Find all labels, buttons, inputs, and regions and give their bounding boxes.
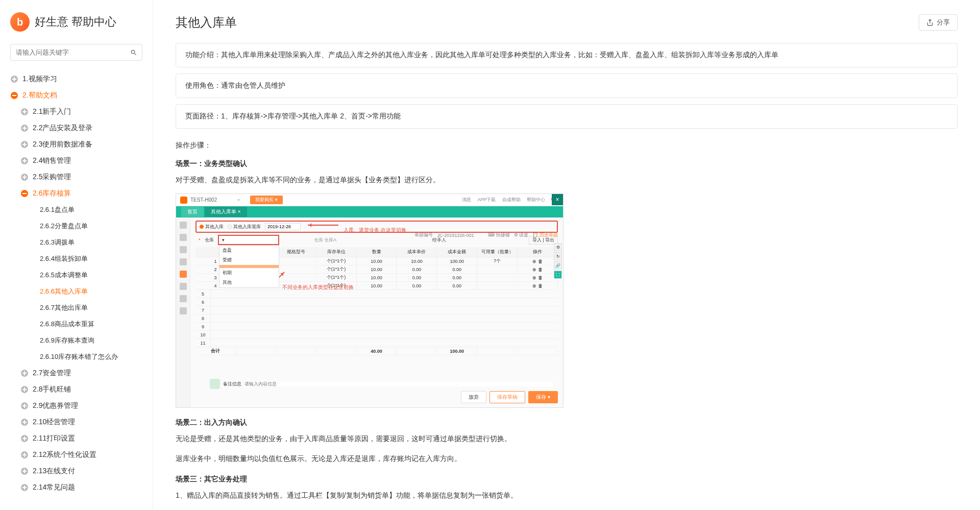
role-label: 使用角色： [185, 81, 221, 89]
logo-icon: b [10, 12, 30, 32]
function-label: 功能介绍： [185, 51, 221, 59]
nav-item[interactable]: 2.5采购管理 [10, 169, 142, 185]
nav-label: 1.视频学习 [22, 75, 57, 84]
search-input[interactable] [10, 44, 142, 61]
logo-area: b 好生意 帮助中心 [10, 12, 142, 32]
nav-item[interactable]: 2.1新手入门 [10, 104, 142, 120]
path-label: 页面路径： [185, 112, 221, 120]
embedded-screenshot: TEST-H002 ▾ 我要购买 ▾ 消息APP下载自成帮助帮助中心C C 首页… [176, 193, 564, 408]
nav-item[interactable]: 2.6.1盘点单 [10, 202, 142, 218]
expand-icon [20, 108, 29, 116]
nav-label: 2.7资金管理 [33, 369, 71, 378]
expand-icon [20, 451, 29, 459]
expand-icon [20, 140, 29, 149]
nav-item[interactable]: 2.14常见问题 [10, 479, 142, 496]
nav-label: 2.6库存核算 [33, 189, 71, 198]
scenario2-desc2: 退库业务中，明细数量均以负值红色展示。无论是入库还是退库，库存账均记在入库方向。 [176, 452, 958, 465]
nav-label: 2.帮助文档 [22, 91, 57, 100]
nav-label: 2.6.2分量盘点单 [40, 222, 88, 231]
nav-list: 1.视频学习2.帮助文档2.1新手入门2.2产品安装及登录2.3使用前数据准备2… [10, 71, 142, 496]
nav-label: 2.10经营管理 [33, 418, 75, 427]
nav-label: 2.14常见问题 [33, 483, 75, 492]
nav-label: 2.6.4组装拆卸单 [40, 254, 88, 263]
expand-icon [20, 173, 29, 181]
nav-label: 2.4销售管理 [33, 156, 71, 165]
nav-label: 2.6.10库存账本错了怎么办 [40, 352, 118, 361]
share-label: 分享 [937, 18, 950, 27]
nav-label: 2.6.8商品成本重算 [40, 320, 94, 329]
expand-icon [20, 434, 29, 443]
operation-label: 操作步骤： [176, 141, 958, 150]
nav-item[interactable]: 2.3使用前数据准备 [10, 136, 142, 153]
nav-label: 2.6.9库存账本查询 [40, 336, 94, 345]
nav-item[interactable]: 2.2产品安装及登录 [10, 120, 142, 136]
nav-item[interactable]: 2.帮助文档 [10, 87, 142, 104]
operation-section: 操作步骤： 场景一：业务类型确认 对于受赠、盘盈或是拆装入库等不同的业务，是通过… [176, 141, 958, 502]
nav-item[interactable]: 2.6库存核算 [10, 185, 142, 202]
nav-label: 2.11打印设置 [33, 434, 75, 443]
nav-label: 2.6.1盘点单 [40, 205, 75, 214]
nav-label: 2.8手机旺铺 [33, 385, 71, 394]
path-box: 页面路径：1、库存核算->库存管理->其他入库单 2、首页->常用功能 [176, 104, 958, 129]
nav-item[interactable]: 2.8手机旺铺 [10, 381, 142, 398]
scenario1-title: 场景一：业务类型确认 [176, 159, 958, 168]
nav-label: 2.13在线支付 [33, 467, 75, 476]
expand-icon [20, 418, 29, 426]
share-icon [926, 19, 934, 26]
nav-label: 2.6.7其他出库单 [40, 303, 88, 312]
nav-label: 2.1新手入门 [33, 107, 71, 116]
nav-item[interactable]: 2.6.3调拨单 [10, 234, 142, 251]
logo-text: 好生意 帮助中心 [35, 14, 116, 30]
expand-icon [20, 483, 29, 492]
nav-label: 2.6.3调拨单 [40, 238, 75, 247]
nav-item[interactable]: 2.6.2分量盘点单 [10, 218, 142, 234]
scenario3-title: 场景三：其它业务处理 [176, 475, 958, 484]
scenario2-desc1: 无论是受赠，还是其他类型的业务，由于入库商品质量等原因，需要退回，这时可通过单据… [176, 432, 958, 445]
search-box [10, 44, 142, 61]
path-text: 1、库存核算->库存管理->其他入库单 2、首页->常用功能 [221, 112, 401, 120]
nav-label: 2.5采购管理 [33, 173, 71, 182]
nav-item[interactable]: 2.7资金管理 [10, 365, 142, 381]
nav-item[interactable]: 2.6.10库存账本错了怎么办 [10, 349, 142, 365]
function-text: 其他入库单用来处理除采购入库、产成品入库之外的其他入库业务，因此其他入库单可处理… [221, 51, 778, 59]
nav-label: 2.3使用前数据准备 [33, 140, 92, 149]
share-button[interactable]: 分享 [919, 14, 958, 31]
nav-item[interactable]: 1.视频学习 [10, 71, 142, 87]
nav-label: 2.9优惠券管理 [33, 401, 78, 410]
function-box: 功能介绍：其他入库单用来处理除采购入库、产成品入库之外的其他入库业务，因此其他入… [176, 43, 958, 67]
nav-item[interactable]: 2.11打印设置 [10, 430, 142, 447]
nav-item[interactable]: 2.4销售管理 [10, 153, 142, 169]
nav-item[interactable]: 2.10经营管理 [10, 414, 142, 430]
sidebar: b 好生意 帮助中心 1.视频学习2.帮助文档2.1新手入门2.2产品安装及登录… [0, 0, 153, 510]
nav-item[interactable]: 2.6.8商品成本重算 [10, 316, 142, 332]
nav-label: 2.6.5成本调整单 [40, 271, 88, 280]
collapse-icon [20, 189, 29, 198]
nav-item[interactable]: 2.6.7其他出库单 [10, 300, 142, 316]
nav-item[interactable]: 2.9优惠券管理 [10, 398, 142, 414]
page-title: 其他入库单 [176, 14, 237, 31]
nav-label: 2.12系统个性化设置 [33, 450, 96, 459]
collapse-icon [10, 91, 18, 100]
nav-item[interactable]: 2.13在线支付 [10, 463, 142, 479]
page-header: 其他入库单 分享 [176, 14, 958, 31]
expand-icon [20, 402, 29, 410]
search-icon[interactable] [130, 49, 137, 56]
expand-icon [10, 75, 18, 83]
nav-item[interactable]: 2.6.4组装拆卸单 [10, 251, 142, 267]
scenario3-desc: 1、赠品入库的商品直接转为销售。通过工具栏【复制/复制为销货单】功能，将单据信息… [176, 489, 958, 502]
role-text: 通常由仓管人员维护 [221, 81, 285, 89]
scenario1-desc: 对于受赠、盘盈或是拆装入库等不同的业务，是通过单据头【业务类型】进行区分。 [176, 174, 958, 186]
nav-item[interactable]: 2.6.6其他入库单 [10, 283, 142, 300]
nav-item[interactable]: 2.6.9库存账本查询 [10, 332, 142, 349]
main-content: 其他入库单 分享 功能介绍：其他入库单用来处理除采购入库、产成品入库之外的其他入… [153, 0, 980, 510]
nav-item[interactable]: 2.6.5成本调整单 [10, 267, 142, 283]
expand-icon [20, 369, 29, 377]
expand-icon [20, 385, 29, 394]
nav-label: 2.6.6其他入库单 [40, 287, 88, 296]
scenario2-title: 场景二：出入方向确认 [176, 418, 958, 427]
expand-icon [20, 124, 29, 132]
role-box: 使用角色：通常由仓管人员维护 [176, 74, 958, 98]
nav-item[interactable]: 2.12系统个性化设置 [10, 447, 142, 463]
expand-icon [20, 467, 29, 475]
expand-icon [20, 157, 29, 165]
